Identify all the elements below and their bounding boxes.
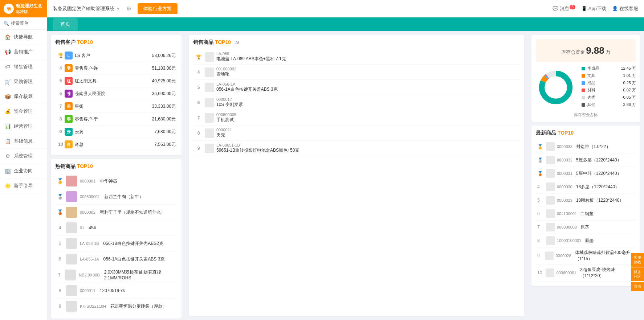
sidebar-item-purchase[interactable]: 🛒 采购管理 <box>0 74 47 89</box>
search-menu[interactable]: 🔍 搜索菜单 <box>0 17 47 30</box>
product-code: 0000021 <box>216 128 518 132</box>
product-name: 056-1A白色按键开关盖ABS 3克 <box>216 86 518 93</box>
rank-number: 8 <box>195 131 203 136</box>
rank-value: 33,333.00元 <box>152 103 176 110</box>
notification-action[interactable]: 💬 消息 6 <box>553 5 575 12</box>
rank-number: 🥉 <box>537 171 544 176</box>
rank-value: 51,183.00元 <box>152 65 176 71</box>
rank-row: 7 星 星扬 33,333.00元 <box>55 100 177 113</box>
rank-number: 6 <box>57 91 65 96</box>
newest-row: 6 004100001 白钢垫 <box>536 207 636 221</box>
purchase-icon: 🛒 <box>4 78 11 85</box>
newest-row: 5 0000029 18颗粒板（1220*2440） <box>536 194 636 207</box>
hot-product-row: 🥉 0000002 智利车子里（规格不知道填什么） <box>55 205 177 220</box>
mobile-icon: 📱 <box>581 6 587 11</box>
rank-badge: L <box>65 52 73 60</box>
rank-number: 7 <box>537 225 544 230</box>
tab-home[interactable]: 首页 <box>53 18 78 30</box>
rank-number: 10 <box>537 270 543 275</box>
chart-container: 半成品 12.45 万 文具 1.01 万 成品 0.25 万 <box>536 66 636 109</box>
legend-label: 其他 <box>587 102 620 107</box>
app-download-action[interactable]: 📱 App下载 <box>581 5 606 12</box>
legend-dot <box>582 89 585 92</box>
rank-number: 🏆 <box>57 53 65 58</box>
sidebar-item-label: 资金管理 <box>14 108 33 115</box>
product-code: LA-089 <box>216 52 518 56</box>
rank-number: 🏆 <box>195 54 203 60</box>
rank-name: 肖总 <box>75 141 154 148</box>
legend-item: 肉类 -0.05 万 <box>582 95 636 100</box>
sidebar-item-label: 基础信息 <box>14 138 33 144</box>
sidebar-item-marketing[interactable]: 📢 营销推广 <box>0 45 47 60</box>
product-code: 004100001 <box>557 212 577 216</box>
rank-value: 53,006.26元 <box>152 53 176 59</box>
trial-button[interactable]: 体验行业方案 <box>138 3 178 14</box>
product-image <box>66 191 77 202</box>
product-rank-row: 7 000800005 手机测试 <box>193 110 520 126</box>
sidebar-item-sales[interactable]: 🏷 销售管理 <box>0 60 47 74</box>
product-name: 2.0X30MM双搓花轴.搓花直径2.1MM/ROHS <box>104 269 176 280</box>
rank-name: 零售客户-于 <box>75 116 152 122</box>
product-code: 10000100001 <box>557 238 581 243</box>
product-code: LA-056-1A <box>80 257 99 261</box>
logo-icon: 畅 <box>4 4 14 14</box>
rank-row: 4 零 零售客户-许 51,183.00元 <box>55 62 177 75</box>
float-service-hotline[interactable]: 客服热线 <box>631 253 644 267</box>
system-selector[interactable]: 装备及固定资产辅助管理系统 ▼ <box>53 5 120 12</box>
rank-badge: 零 <box>65 64 73 72</box>
medal-icon: 🥉 <box>57 209 63 215</box>
tab-nav: 首页 <box>47 17 644 31</box>
sidebar-item-quicknav[interactable]: 🏠 快捷导航 <box>0 30 47 45</box>
sidebar-item-inventory[interactable]: 📦 库存核算 <box>0 89 47 104</box>
chevron-down-icon: ▼ <box>116 7 120 11</box>
sidebar-item-operation[interactable]: 📊 经营管理 <box>0 119 47 134</box>
online-service-action[interactable]: 👤 在线客服 <box>612 5 638 12</box>
top-bar-actions: 💬 消息 6 📱 App下载 👤 在线客服 <box>553 5 638 12</box>
product-name: 22g鱼豆腐-烧烤味（1*12*20） <box>580 267 635 279</box>
product-image <box>546 268 554 277</box>
product-name: 18多层（1220*2440） <box>576 184 619 190</box>
product-name: 原垄 <box>585 238 594 244</box>
sidebar-item-newguide[interactable]: 🌟 新手引导 <box>0 179 47 193</box>
sidebar-item-label: 库存核算 <box>14 93 33 100</box>
newest-row: 🥈 0000032 5厘多层（1220*2440） <box>536 153 636 167</box>
sales-icon: 🏷 <box>4 63 11 70</box>
sidebar-item-label: 营销推广 <box>14 49 33 55</box>
product-name: 59651-1B旋转投影灯电池盒ABS黑色+58克 <box>216 147 518 153</box>
product-image <box>546 182 555 191</box>
rank-badge: 肖 <box>65 140 73 148</box>
sidebar-item-system[interactable]: ⚙ 系统管理 <box>0 149 47 164</box>
sidebar-item-enterprise[interactable]: 🏢 企业协同 <box>0 164 47 179</box>
product-image <box>546 236 555 245</box>
rank-row: 5 红 红太阳文具 40,925.00元 <box>55 75 177 87</box>
sidebar-item-basic[interactable]: 📋 基础信息 <box>0 134 47 149</box>
hot-product-row: 6 LA-056-1A 056-1A白色按键开关盖ABS 3克 <box>55 251 177 267</box>
product-name: 夹壳 <box>216 132 518 138</box>
product-code: 001000002 <box>216 67 518 71</box>
legend-dot <box>582 74 585 78</box>
medal-icon: 🥇 <box>57 178 63 184</box>
rank-value: 36,600.00元 <box>152 91 176 97</box>
rank-number: 9 <box>57 304 63 309</box>
sidebar-item-finance[interactable]: 💰 资金管理 <box>0 104 47 119</box>
chart-legend: 半成品 12.45 万 文具 1.01 万 成品 0.25 万 <box>582 66 636 109</box>
rank-number: 🥇 <box>537 144 544 149</box>
settings-gear-icon[interactable]: ⚙ <box>124 4 134 14</box>
product-image <box>65 270 76 280</box>
legend-item: 文具 1.01 万 <box>582 73 636 78</box>
right-panel: 库存总资金 9.88 万 <box>528 31 644 320</box>
middle-panel: 销售商品 TOP10 AI 🏆 LA-089 电池盖 LA-089 ABS本色+… <box>185 31 528 320</box>
rank-badge: 苍 <box>65 90 73 98</box>
product-name: 新西兰牛肉（新牛） <box>104 194 143 200</box>
rank-number: 5 <box>537 198 544 203</box>
left-panel: 销售客户 TOP10 🏆 L LS 客户 53,006.26元 4 零 零售客户… <box>47 31 185 320</box>
float-service-live[interactable]: 直播 <box>631 282 644 291</box>
rank-number: 4 <box>537 184 544 189</box>
float-service-community[interactable]: 服务社区 <box>631 267 644 281</box>
rank-number: 8 <box>537 238 544 243</box>
product-rank-row: 5 LA-056-1A 056-1A白色按键开关盖ABS 3克 <box>193 80 520 95</box>
sidebar-item-label: 销售管理 <box>14 63 33 70</box>
rank-number: 9 <box>195 146 203 151</box>
customer-ranking-card: 销售客户 TOP10 🏆 L LS 客户 53,006.26元 4 零 零售客户… <box>51 35 182 155</box>
product-code: 0000001 <box>80 179 95 183</box>
